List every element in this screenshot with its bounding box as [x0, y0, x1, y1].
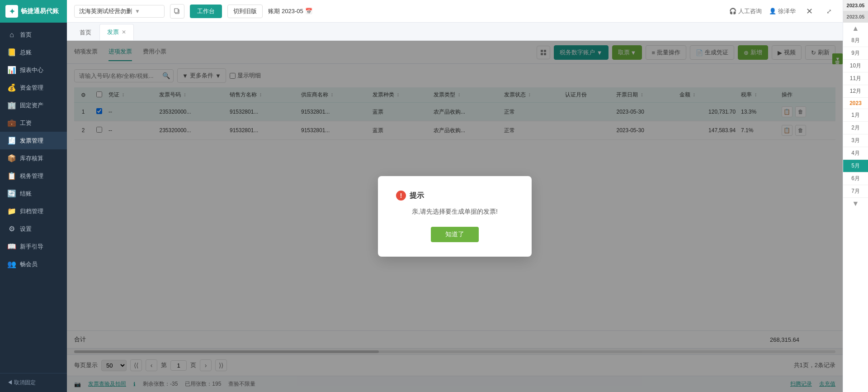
reports-icon: 📊: [7, 66, 16, 74]
sidebar-item-settlement[interactable]: 🔄 结账: [0, 185, 67, 202]
period-value: 2023-05: [282, 8, 303, 14]
sidebar-nav: ⌂ 首页 📒 总账 📊 报表中心 💰 资金管理 🏢 固定资产 💼 工资 🧾 发票…: [0, 23, 67, 373]
sidebar-item-label: 固定资产: [20, 101, 43, 110]
service-button[interactable]: 🎧 人工咨询: [729, 7, 762, 15]
sidebar-item-guide[interactable]: 📖 新手引导: [0, 238, 67, 255]
user-icon: 👤: [769, 8, 776, 14]
top-header: 沈海英测试经营勿删 ▼ 工作台 切到旧版 账期 2023-05 📅 🎧 人工咨询…: [67, 0, 843, 23]
calendar-icon[interactable]: 📅: [305, 8, 312, 14]
sidebar-item-invoice[interactable]: 🧾 发票管理: [0, 132, 67, 149]
home-icon: ⌂: [7, 31, 16, 39]
sidebar-item-archive[interactable]: 📁 归档管理: [0, 202, 67, 220]
modal-title: 提示: [410, 191, 424, 201]
sidebar-item-label: 结账: [20, 190, 32, 198]
sidebar-item-capital[interactable]: 💰 资金管理: [0, 79, 67, 96]
sidebar-item-assets[interactable]: 🏢 固定资产: [0, 96, 67, 114]
modal-overlay: ! 提示 亲,请先选择要生成单据的发票! 知道了: [67, 41, 843, 392]
sidebar-item-label: 工资: [20, 119, 32, 127]
period-year-header: 2023.05: [843, 0, 868, 11]
period-year-2023[interactable]: 2023: [843, 98, 868, 109]
sidebar-item-reports[interactable]: 📊 报表中心: [0, 61, 67, 79]
modal-box: ! 提示 亲,请先选择要生成单据的发票! 知道了: [378, 176, 532, 257]
user-profile[interactable]: 👤 徐泽华: [769, 7, 796, 15]
capital-icon: 💰: [7, 83, 16, 92]
sidebar-item-label: 库存核算: [20, 154, 43, 163]
assets-icon: 🏢: [7, 101, 16, 110]
salary-icon: 💼: [7, 119, 16, 127]
modal-message: 亲,请先选择要生成单据的发票!: [412, 208, 498, 216]
tab-bar: 首页 发票 ✕: [67, 23, 843, 41]
sidebar-item-label: 畅会员: [20, 260, 38, 268]
period-info: 账期 2023-05 📅: [268, 7, 312, 15]
period-month-header: 2023.05: [843, 11, 868, 23]
period-1[interactable]: 1月: [843, 109, 868, 122]
period-4[interactable]: 4月: [843, 147, 868, 160]
settlement-icon: 🔄: [7, 189, 16, 198]
sidebar-item-label: 归档管理: [20, 207, 43, 215]
modal-title-row: ! 提示: [396, 191, 424, 201]
tax-icon: 📋: [7, 172, 16, 180]
headset-icon: 🎧: [729, 8, 736, 14]
main-area: 沈海英测试经营勿删 ▼ 工作台 切到旧版 账期 2023-05 📅 🎧 人工咨询…: [67, 0, 843, 392]
sidebar-item-tax[interactable]: 📋 税务管理: [0, 167, 67, 185]
ledger-icon: 📒: [7, 48, 16, 57]
modal-warning-icon: !: [396, 191, 406, 201]
page-content: 销项发票 进项发票 费用小票 税务数字账户 ▼ 取票 ▼ ≡ 批量操作: [67, 41, 843, 392]
period-7[interactable]: 7月: [843, 185, 868, 198]
sidebar-item-label: 税务管理: [20, 172, 43, 180]
invoice-icon: 🧾: [7, 136, 16, 145]
period-9[interactable]: 9月: [843, 47, 868, 60]
guide-icon: 📖: [7, 242, 16, 251]
period-2[interactable]: 2月: [843, 122, 868, 134]
window-close-button[interactable]: ✕: [803, 5, 816, 18]
period-scroll-up[interactable]: ▲: [843, 23, 868, 34]
sidebar-item-salary[interactable]: 💼 工资: [0, 114, 67, 132]
sidebar-unpin-button[interactable]: ◀ 取消固定: [0, 373, 67, 392]
sidebar-item-label: 设置: [20, 225, 32, 233]
svg-rect-1: [175, 9, 178, 13]
tab-close-icon[interactable]: ✕: [122, 29, 126, 35]
company-selector[interactable]: 沈海英测试经营勿删 ▼: [74, 5, 165, 18]
sidebar-item-label: 发票管理: [20, 137, 43, 145]
sidebar-item-settings[interactable]: ⚙ 设置: [0, 220, 67, 238]
sidebar-logo: ✦ 畅捷通易代账: [0, 0, 67, 23]
sidebar-item-home[interactable]: ⌂ 首页: [0, 26, 67, 43]
tab-invoice[interactable]: 发票 ✕: [99, 24, 134, 40]
workbench-button[interactable]: 工作台: [190, 5, 222, 18]
period-12[interactable]: 12月: [843, 85, 868, 98]
sidebar-item-inventory[interactable]: 📦 库存核算: [0, 149, 67, 167]
period-8[interactable]: 8月: [843, 34, 868, 47]
period-10[interactable]: 10月: [843, 60, 868, 72]
settings-icon: ⚙: [7, 225, 16, 233]
sidebar-item-label: 首页: [20, 31, 32, 39]
modal-confirm-button[interactable]: 知道了: [431, 227, 479, 242]
switch-version-button[interactable]: 切到旧版: [227, 5, 263, 18]
sidebar-item-label: 新手引导: [20, 243, 43, 251]
window-resize-button[interactable]: ⤢: [823, 5, 835, 18]
inventory-icon: 📦: [7, 154, 16, 163]
sidebar-item-label: 报表中心: [20, 66, 43, 74]
sidebar: ✦ 畅捷通易代账 ⌂ 首页 📒 总账 📊 报表中心 💰 资金管理 🏢 固定资产 …: [0, 0, 67, 392]
period-3[interactable]: 3月: [843, 134, 868, 147]
archive-icon: 📁: [7, 207, 16, 215]
period-6[interactable]: 6月: [843, 172, 868, 185]
company-copy-button[interactable]: [170, 4, 184, 19]
sidebar-item-member[interactable]: 👥 畅会员: [0, 255, 67, 273]
member-icon: 👥: [7, 260, 16, 268]
header-right: 🎧 人工咨询 👤 徐泽华 ✕ ⤢: [729, 5, 835, 18]
period-11[interactable]: 11月: [843, 72, 868, 85]
period-scroll-down[interactable]: ▼: [843, 198, 868, 210]
sidebar-item-label: 总账: [20, 48, 32, 57]
sidebar-item-ledger[interactable]: 📒 总账: [0, 43, 67, 61]
logo-text: 畅捷通易代账: [21, 7, 59, 15]
chevron-down-icon: ▼: [135, 8, 140, 14]
sidebar-item-label: 资金管理: [20, 84, 43, 92]
tab-home[interactable]: 首页: [72, 25, 99, 40]
period-5-active[interactable]: 5月: [843, 160, 868, 172]
company-name: 沈海英测试经营勿删: [79, 7, 132, 15]
logo-icon: ✦: [5, 5, 18, 18]
period-panel: 2023.05 2023.05 ▲ 8月 9月 10月 11月 12月 2023…: [843, 0, 868, 392]
